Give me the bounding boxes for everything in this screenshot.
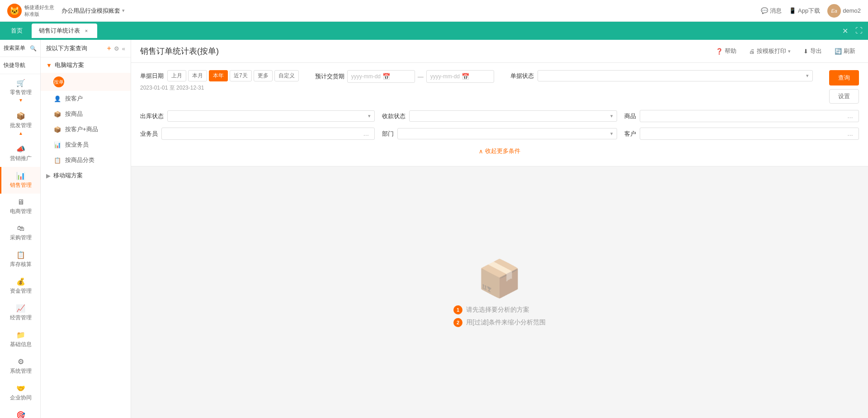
refresh-icon: 🔄 — [835, 48, 842, 55]
date-btn-7days[interactable]: 近7天 — [230, 70, 252, 81]
sidebar-item-retail[interactable]: 🛒 零售管理 ▼ — [0, 74, 40, 107]
sidebar-item-finance[interactable]: 💰 资金管理 — [0, 273, 40, 299]
scheme-panel-title: 按以下方案查询 — [46, 44, 87, 52]
sidebar-item-operation[interactable]: 📈 经营管理 — [0, 299, 40, 326]
salesperson-dots-icon[interactable]: … — [361, 130, 371, 137]
department-label: 部门 — [382, 130, 394, 138]
tabbar-left: 首页 销售订单统计表 × — [4, 24, 97, 38]
message-icon: 💬 — [761, 7, 768, 14]
sidebar-item-marketing[interactable]: 📣 营销推广 — [0, 140, 40, 167]
delivery-status-filter: 出库状态 ▾ — [140, 110, 375, 122]
settings-button[interactable]: 设置 — [829, 89, 859, 104]
goods-scheme-icon: 📦 — [53, 110, 61, 118]
sidebar-item-sales[interactable]: 📊 销售管理 — [0, 167, 40, 194]
user-profile[interactable]: Ea demo2 — [827, 4, 861, 18]
message-button[interactable]: 💬 消息 — [761, 7, 782, 15]
goods-dots-icon[interactable]: … — [845, 113, 855, 119]
query-actions: 查询 设置 — [820, 70, 859, 104]
sidebar-search[interactable]: 搜索菜单 🔍 — [0, 40, 40, 57]
empty-hint-1: 1 请先选择要分析的方案 — [453, 305, 546, 314]
scheme-item-by-goods[interactable]: 📦 按商品 — [41, 106, 131, 122]
salesperson-select[interactable]: … — [161, 128, 375, 140]
sidebar-item-newbie[interactable]: 🎯 新手引导 — [0, 406, 40, 418]
username-label: demo2 — [843, 7, 861, 14]
phone-icon: 📱 — [789, 7, 796, 14]
customer-select[interactable]: … — [640, 128, 859, 140]
goods-select[interactable]: … — [640, 110, 859, 122]
system-icon: ⚙ — [18, 357, 24, 366]
app-download-button[interactable]: 📱 App下载 — [789, 7, 820, 15]
collapse-scheme-icon[interactable]: « — [122, 45, 125, 52]
tabbar: 首页 销售订单统计表 × ✕ ⛶ — [0, 22, 868, 40]
filter-area: 单据日期 上月 本月 本年 近7天 更多 自定义 2023-01-01 至 20… — [131, 63, 868, 166]
sidebar-item-wholesale[interactable]: 📦 批发管理 ▲ — [0, 107, 40, 140]
help-button[interactable]: ❓ 帮助 — [712, 45, 740, 57]
logo-text: 畅捷通好生意 标准版 — [24, 4, 54, 17]
scheme-item-by-category[interactable]: 📋 按商品分类 — [41, 152, 131, 168]
calendar-to-icon[interactable]: 📅 — [462, 73, 469, 80]
export-button[interactable]: ⬇ 导出 — [800, 45, 826, 57]
salesperson-scheme-icon: 📊 — [53, 141, 61, 149]
sidebar-item-system[interactable]: ⚙ 系统管理 — [0, 353, 40, 380]
empty-hint-2: 2 用[过滤]条件来缩小分析范围 — [453, 318, 546, 327]
expected-date-to[interactable]: yyyy-mm-dd 📅 — [426, 70, 494, 83]
close-window-icon[interactable]: ✕ — [840, 25, 850, 37]
search-label: 搜索菜单 — [4, 44, 25, 52]
date-btn-custom[interactable]: 自定义 — [274, 70, 299, 81]
tab-sales-order-stats[interactable]: 销售订单统计表 × — [32, 24, 97, 38]
payment-chevron-icon: ▾ — [610, 113, 613, 119]
empty-hints: 1 请先选择要分析的方案 2 用[过滤]条件来缩小分析范围 — [453, 305, 546, 327]
delivery-status-select[interactable]: ▾ — [167, 110, 375, 122]
doc-status-select[interactable]: ▾ — [538, 70, 813, 81]
sidebar-item-inventory[interactable]: 📋 库存核算 — [0, 246, 40, 273]
scheme-group-pc-header[interactable]: ▼ 电脑端方案 — [41, 57, 131, 73]
customer-filter: 客户 … — [624, 128, 859, 140]
finance-icon: 💰 — [16, 277, 25, 286]
date-filter: 单据日期 上月 本月 本年 近7天 更多 自定义 2023-01-01 至 20… — [140, 70, 299, 92]
date-btn-last-month[interactable]: 上月 — [167, 70, 186, 81]
customer-label: 客户 — [624, 130, 636, 138]
sidebar-item-ecom[interactable]: 🖥 电商管理 — [0, 194, 40, 220]
help-icon: ❓ — [716, 48, 723, 55]
marketing-icon: 📣 — [16, 145, 25, 153]
sidebar-item-corp[interactable]: 🤝 企业协同 — [0, 380, 40, 406]
doc-status-filter: 单据状态 ▾ — [510, 70, 813, 81]
scheme-item-by-customer[interactable]: 👤 按客户 — [41, 91, 131, 106]
fullscreen-icon[interactable]: ⛶ — [854, 25, 864, 37]
print-button[interactable]: 🖨 按模板打印 ▾ — [745, 45, 794, 57]
expected-date-from[interactable]: yyyy-mm-dd 📅 — [347, 70, 415, 83]
sidebar-item-purchase[interactable]: 🛍 采购管理 — [0, 220, 40, 246]
date-filter-label: 单据日期 — [140, 72, 164, 80]
scheme-group-mobile-header[interactable]: ▶ 移动端方案 — [41, 168, 131, 183]
sidebar-item-basic[interactable]: 📁 基础信息 — [0, 326, 40, 353]
hint-text-2: 用[过滤]条件来缩小分析范围 — [466, 318, 546, 327]
tab-close-icon[interactable]: × — [83, 27, 90, 34]
date-btn-more[interactable]: 更多 — [254, 70, 273, 81]
payment-status-select[interactable]: ▾ — [409, 110, 617, 122]
collapse-filter-button[interactable]: ∧ 收起更多条件 — [140, 143, 859, 159]
salesperson-filter: 业务员 … — [140, 128, 375, 140]
scheme-item-by-order[interactable]: 按单 — [41, 73, 131, 91]
scheme-panel: 按以下方案查询 + ⚙ « ▼ 电脑端方案 按单 👤 按客户 — [41, 40, 131, 418]
add-scheme-button[interactable]: + — [107, 44, 111, 52]
calendar-from-icon[interactable]: 📅 — [382, 73, 390, 80]
scheme-panel-actions: + ⚙ « — [107, 44, 125, 52]
inventory-icon: 📋 — [16, 251, 25, 259]
customer-dots-icon[interactable]: … — [845, 130, 855, 137]
page-actions: ❓ 帮助 🖨 按模板打印 ▾ ⬇ 导出 🔄 刷新 — [712, 45, 859, 57]
company-select[interactable]: 办公用品行业模拟账套 ▾ — [58, 5, 128, 17]
department-select[interactable]: ▾ — [397, 128, 617, 139]
sidebar-quick-nav[interactable]: 快捷导航 — [0, 57, 40, 74]
customer-scheme-icon: 👤 — [53, 95, 61, 103]
refresh-button[interactable]: 🔄 刷新 — [831, 45, 859, 57]
department-filter: 部门 ▾ — [382, 128, 617, 139]
hint-num-2: 2 — [453, 318, 462, 327]
page-title: 销售订单统计表(按单) — [140, 46, 219, 57]
date-btn-this-month[interactable]: 本月 — [188, 70, 207, 81]
query-button[interactable]: 查询 — [829, 70, 859, 86]
scheme-item-by-customer-goods[interactable]: 📦 按客户+商品 — [41, 122, 131, 137]
tab-home[interactable]: 首页 — [4, 24, 30, 38]
scheme-item-by-salesperson[interactable]: 📊 按业务员 — [41, 137, 131, 152]
date-btn-this-year[interactable]: 本年 — [209, 70, 228, 81]
settings-scheme-icon[interactable]: ⚙ — [114, 45, 119, 52]
